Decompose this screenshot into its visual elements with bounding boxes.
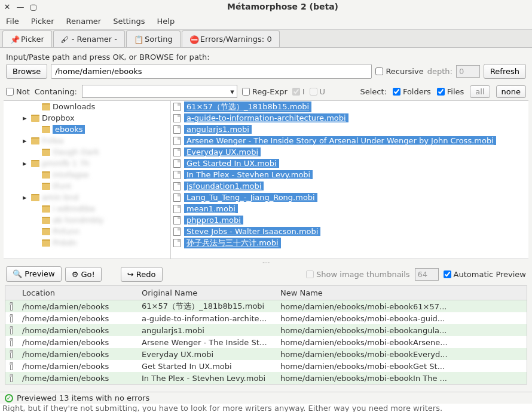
tree-label: Oaugh Oark — [53, 147, 99, 156]
cell-newname: home/damien/ebooks/mobi-ebookArsene... — [276, 338, 527, 347]
col-newname[interactable]: New Name — [276, 286, 527, 300]
tab-picker[interactable]: 📌 Picker — [2, 30, 52, 47]
col-location[interactable]: Location — [17, 286, 137, 300]
file-item[interactable]: Get Started In UX.mobi — [171, 158, 528, 169]
document-icon — [5, 314, 17, 322]
containing-combo[interactable]: ▾ — [82, 85, 237, 98]
tree-item[interactable]: ab hondmbly — [4, 214, 170, 226]
folders-checkbox[interactable]: Folders — [393, 87, 431, 96]
expand-icon[interactable]: ▸ — [23, 136, 29, 145]
file-label: Steve Jobs - Walter Isaacson.mobi — [184, 227, 320, 236]
expand-icon[interactable]: ▸ — [23, 159, 29, 168]
menu-picker[interactable]: Picker — [31, 17, 54, 26]
redo-button[interactable]: ↪ Redo — [121, 267, 163, 282]
tree-item[interactable]: ebooks — [4, 124, 170, 135]
statusbar: ✓ Previewed 13 items with no errors — [0, 392, 532, 404]
tab-sorting[interactable]: 📋 Sorting — [126, 30, 181, 47]
file-icon — [173, 125, 181, 134]
file-item[interactable]: 61×57（节选）_181b8b15.mobi — [171, 101, 528, 112]
file-icon — [173, 159, 181, 168]
path-input[interactable] — [51, 64, 372, 79]
tab-errors[interactable]: ⛔ Errors/Warnings: 0 — [182, 30, 280, 47]
tree-item[interactable]: Oaugh Oark — [4, 146, 170, 158]
file-label: angularjs1.mobi — [184, 125, 252, 134]
document-icon — [5, 350, 17, 358]
file-icon — [173, 216, 181, 225]
tree-item[interactable]: ▸amin bnd — [4, 192, 170, 203]
tab-renamer[interactable]: 🖋 - Renamer - — [53, 30, 125, 47]
menu-help[interactable]: Help — [157, 17, 175, 26]
menu-file[interactable]: File — [6, 17, 19, 26]
menu-renamer[interactable]: Renamer — [66, 17, 102, 26]
folder-icon — [42, 239, 50, 247]
sorting-icon: 📋 — [134, 35, 142, 44]
cell-original: In The Plex - Stevhen Levy.mobi — [137, 374, 276, 383]
file-item[interactable]: mean1.mobi — [171, 203, 528, 214]
tree-item[interactable]: i edtmdtbe — [4, 203, 170, 214]
select-all-button[interactable]: all — [470, 85, 490, 98]
not-checkbox[interactable]: Not — [6, 87, 30, 96]
file-item[interactable]: Lang_Tu_Teng_-_Jiang_Rong.mobi — [171, 192, 528, 203]
file-item[interactable]: Arsene Wenger - The Inside Story of Arse… — [171, 135, 528, 146]
table-row[interactable]: /home/damien/ebooksEveryday UX.mobihome/… — [5, 348, 527, 360]
tree-item[interactable]: ▸Fnfea — [4, 135, 170, 146]
cell-newname: home/damien/ebooks/mobi-ebookIn The ... — [276, 374, 527, 383]
thumbnails-checkbox: Show image thumbnails — [306, 270, 410, 279]
close-icon[interactable]: ✕ — [4, 3, 11, 10]
expand-icon[interactable]: ▸ — [23, 193, 29, 202]
menu-settings[interactable]: Settings — [113, 17, 145, 26]
document-icon — [5, 302, 17, 310]
folder-icon — [42, 217, 50, 224]
minimize-icon[interactable]: — — [17, 3, 24, 10]
tree-item[interactable]: ▸pmmfb 1 7h — [4, 158, 170, 169]
table-row[interactable]: /home/damien/ebooksGet Started In UX.mob… — [5, 360, 527, 372]
tree-item[interactable]: tfunt — [4, 180, 170, 192]
folder-icon — [42, 171, 50, 179]
table-row[interactable]: /home/damien/ebooksArsene Wenger - The I… — [5, 336, 527, 348]
go-button[interactable]: ⚙ Go! — [65, 267, 102, 282]
file-item[interactable]: Everyday UX.mobi — [171, 146, 528, 158]
cell-newname: home/damien/ebooks/mobi-ebookangula... — [276, 326, 527, 335]
files-checkbox[interactable]: Files — [437, 87, 464, 96]
preview-grid: Location Original Name New Name /home/da… — [5, 285, 527, 385]
col-original[interactable]: Original Name — [137, 286, 276, 300]
browse-button[interactable]: Browse — [6, 64, 47, 79]
tree-item[interactable]: ▸Dropbox — [4, 112, 170, 124]
file-label: Lang_Tu_Teng_-_Jiang_Rong.mobi — [184, 193, 317, 202]
maximize-icon[interactable]: ▢ — [30, 3, 37, 10]
file-item[interactable]: In The Plex - Stevhen Levy.mobi — [171, 169, 528, 180]
file-item[interactable]: Steve Jobs - Walter Isaacson.mobi — [171, 226, 528, 237]
file-item[interactable]: phppro1.mobi — [171, 214, 528, 226]
file-list[interactable]: 61×57（节选）_181b8b15.mobia-guide-to-inform… — [171, 101, 528, 259]
table-row[interactable]: /home/damien/ebooks61×57（节选）_181b8b15.mo… — [5, 300, 527, 312]
tree-item[interactable]: Pnfunn — [4, 226, 170, 237]
folder-tree[interactable]: Downloads▸Dropboxebooks▸FnfeaOaugh Oark▸… — [4, 101, 171, 259]
auto-preview-checkbox[interactable]: Automatic Preview — [444, 270, 526, 279]
expand-icon[interactable]: ▸ — [23, 113, 29, 122]
file-item[interactable]: jsfoundation1.mobi — [171, 180, 528, 192]
tree-item[interactable]: Pnbdn — [4, 237, 170, 248]
tree-item[interactable]: Downloads — [4, 101, 170, 112]
table-row[interactable]: /home/damien/ebooksa-guide-to-informatio… — [5, 312, 527, 324]
file-item[interactable]: 孙子兵法与三十六计.mobi — [171, 237, 528, 248]
preview-icon: 🔍 — [13, 269, 22, 279]
file-item[interactable]: a-guide-to-information-architecture.mobi — [171, 112, 528, 124]
refresh-button[interactable]: Refresh — [484, 64, 526, 79]
picker-icon: 📌 — [10, 35, 19, 44]
recursive-checkbox[interactable]: Recursive — [375, 67, 423, 76]
cell-original: a-guide-to-information-architecture.... — [137, 314, 276, 323]
file-icon — [173, 171, 181, 179]
cell-location: /home/damien/ebooks — [17, 374, 137, 383]
file-item[interactable]: angularjs1.mobi — [171, 124, 528, 135]
cell-location: /home/damien/ebooks — [17, 350, 137, 359]
regex-checkbox[interactable]: Reg-Expr — [242, 87, 288, 96]
table-row[interactable]: /home/damien/ebooksangularjs1.mobihome/d… — [5, 324, 527, 336]
cutoff-text: Right, but if they're not submitting, yo… — [0, 404, 532, 412]
tree-item[interactable]: intofagse — [4, 169, 170, 180]
table-row[interactable]: /home/damien/ebooksIn The Plex - Stevhen… — [5, 372, 527, 384]
file-icon — [173, 227, 181, 236]
tab-bar: 📌 Picker 🖋 - Renamer - 📋 Sorting ⛔ Error… — [0, 30, 532, 48]
preview-button[interactable]: 🔍 Preview — [6, 266, 62, 282]
folder-icon — [42, 228, 50, 235]
select-none-button[interactable]: none — [496, 85, 526, 98]
